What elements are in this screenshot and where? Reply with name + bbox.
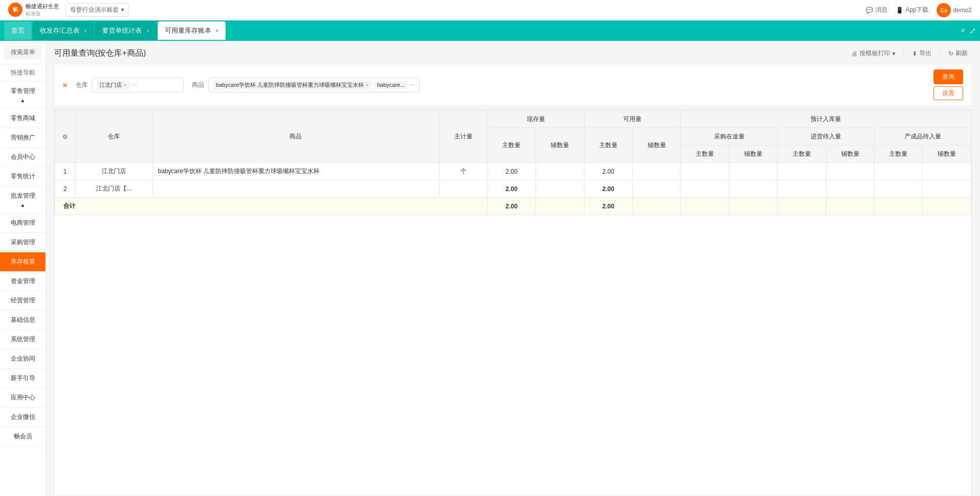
warehouse-tag-close[interactable]: ×: [124, 82, 127, 88]
chevron-down-icon: ▾: [892, 50, 895, 57]
sidebar-item-marketing[interactable]: 营销推广: [0, 128, 45, 148]
col-warehouse-header: 仓库: [76, 111, 153, 163]
product-tags[interactable]: babycare学饮杯 儿童防摔防撞吸管杯重力球吸嘴杯宝宝水杯 × babyca…: [208, 78, 420, 92]
nav-expand-icon[interactable]: ⤢: [969, 26, 976, 36]
filter-area: » 仓库 江北门店 × ··· 商品 babycare学饮杯 儿童防摔防撞吸管杯…: [54, 64, 972, 106]
sidebar-item-label: 营销推广: [11, 133, 35, 142]
product-more[interactable]: ···: [410, 81, 415, 88]
sidebar-item-system-mgmt[interactable]: 系统管理: [0, 330, 45, 349]
product-label: 商品: [192, 81, 204, 89]
sidebar-item-retail-store[interactable]: 零售商城: [0, 109, 45, 128]
avatar: Ea: [937, 3, 951, 17]
logo-text: 畅捷通好生意: [26, 3, 59, 10]
product-tag1-close[interactable]: ×: [365, 82, 369, 88]
sidebar-item-app-center[interactable]: 应用中心: [0, 388, 45, 408]
sidebar-item-enterprise-collab[interactable]: 企业协同: [0, 349, 45, 369]
nav-close-icon[interactable]: ×: [961, 26, 965, 35]
sidebar-item-inventory[interactable]: 库存核算: [0, 252, 45, 272]
filter-toggle-btn[interactable]: »: [63, 80, 67, 89]
tab3-close[interactable]: ×: [215, 28, 218, 34]
sidebar-item-basic-info[interactable]: 基础信息: [0, 311, 45, 330]
sidebar-item-purchase-mgmt[interactable]: 采购管理: [0, 233, 45, 252]
refresh-label: 刷新: [955, 49, 968, 58]
sidebar: 搜索菜单 快捷导航 零售管理 ▲ 零售商城 营销推广 会员中心 零售统计 批发管…: [0, 41, 46, 496]
tab-home[interactable]: 首页: [4, 21, 32, 40]
settings-icon[interactable]: ⚙: [62, 133, 68, 140]
settings-button[interactable]: 设置: [934, 86, 963, 100]
warehouse-filter: 仓库 江北门店 × ···: [76, 78, 184, 92]
tab1-close[interactable]: ×: [84, 28, 87, 34]
refresh-btn[interactable]: ↻ 刷新: [944, 47, 972, 60]
sidebar-item-operations[interactable]: 经营管理: [0, 291, 45, 311]
tab3-label: 可用量库存账本: [165, 26, 211, 35]
logo-text-block: 畅捷通好生意 标准版: [26, 3, 59, 17]
sidebar-item-label: 采购管理: [11, 238, 35, 247]
total-avail-aux: [632, 198, 681, 215]
main-layout: 搜索菜单 快捷导航 零售管理 ▲ 零售商城 营销推广 会员中心 零售统计 批发管…: [0, 41, 980, 496]
sidebar-item-member-center[interactable]: 会员中心: [0, 148, 45, 167]
message-btn[interactable]: 💬 消息: [866, 6, 888, 14]
tab-receive-summary[interactable]: 收发存汇总表 ×: [33, 21, 94, 40]
sidebar-item-finance[interactable]: 资金管理: [0, 272, 45, 291]
row2-warehouse: 江北门店【...: [76, 180, 153, 198]
sidebar-item-retail-stats[interactable]: 零售统计: [0, 167, 45, 186]
tab-available-inventory[interactable]: 可用量库存账本 ×: [158, 21, 226, 40]
col-avail-main: 主数量: [584, 128, 632, 163]
col-pt-main: 主数量: [681, 146, 729, 163]
sidebar-item-ecommerce[interactable]: 电商管理: [0, 214, 45, 233]
industry-select[interactable]: 母婴行业演示账套 ▾: [65, 3, 129, 17]
product-tag1: babycare学饮杯 儿童防摔防撞吸管杯重力球吸嘴杯宝宝水杯 ×: [213, 80, 372, 90]
row1-pp-aux: [826, 163, 874, 180]
sidebar-item-new-guide[interactable]: 新手引导: [0, 369, 45, 388]
sidebar-item-label: 零售商城: [11, 114, 35, 123]
nav-tab-end: × ⤢: [961, 26, 976, 36]
row1-unit: 个: [439, 163, 487, 180]
logo-sub: 标准版: [26, 10, 59, 17]
table-container: ⚙ 仓库 商品 主计量 现存量 可用量 预计入库量 主数量 辅数量 主数量 辅数…: [54, 110, 972, 496]
query-button[interactable]: 查询: [934, 69, 963, 84]
row1-prp-aux: [923, 163, 971, 180]
total-pp-main: [777, 198, 826, 215]
col-product-header: 商品: [153, 111, 439, 163]
tab2-close[interactable]: ×: [146, 28, 149, 34]
sidebar-item-enterprise-wechat[interactable]: 企业微信: [0, 408, 45, 427]
top-bar: 畅 畅捷通好生意 标准版 母婴行业演示账套 ▾ 💬 消息 📱 App下载 Ea …: [0, 0, 980, 20]
total-prp-aux: [923, 198, 971, 215]
product-tag2: babycare...: [374, 81, 408, 89]
row2-stock-aux: [536, 180, 584, 198]
col-avail-aux: 辅数量: [632, 128, 681, 163]
app-download-btn[interactable]: 📱 App下载: [896, 6, 928, 14]
sidebar-item-retail-mgmt[interactable]: 零售管理 ▲: [0, 82, 45, 109]
product-tag1-label: babycare学饮杯 儿童防摔防撞吸管杯重力球吸嘴杯宝宝水杯: [216, 81, 364, 89]
sidebar-item-label: 零售管理: [11, 87, 35, 96]
warehouse-more[interactable]: ···: [132, 81, 137, 88]
col-stock-aux: 辅数量: [536, 128, 584, 163]
tab-order-stats[interactable]: 要货单统计表 ×: [95, 21, 156, 40]
row2-avail-aux: [632, 180, 681, 198]
col-pp-main: 主数量: [777, 146, 826, 163]
row1-warehouse: 江北门店: [76, 163, 153, 180]
user-avatar-btn[interactable]: Ea demo2: [937, 3, 972, 17]
tab1-label: 收发存汇总表: [40, 26, 80, 35]
chevron-down-icon: ▾: [121, 6, 124, 13]
sidebar-item-label: 畅会员: [14, 432, 32, 441]
message-icon: 💬: [866, 7, 873, 14]
divider: [903, 50, 904, 58]
sidebar-item-label: 基础信息: [11, 316, 35, 324]
col-settings-header[interactable]: ⚙: [55, 111, 76, 163]
total-stock-aux: [536, 198, 584, 215]
sidebar-item-wholesale-mgmt[interactable]: 批发管理 ▲: [0, 186, 45, 214]
table-row: 2 江北门店【... 2.00 2.00: [55, 180, 971, 198]
search-menu-btn[interactable]: 搜索菜单: [4, 45, 41, 60]
nav-tabs: 首页 收发存汇总表 × 要货单统计表 × 可用量库存账本 × × ⤢: [0, 20, 980, 41]
row2-index: 2: [55, 180, 76, 198]
warehouse-tags[interactable]: 江北门店 × ···: [92, 78, 184, 92]
top-bar-right: 💬 消息 📱 App下载 Ea demo2: [866, 3, 972, 17]
print-btn[interactable]: 🖨 按模板打印 ▾: [847, 47, 899, 60]
quick-nav-btn[interactable]: 快捷导航: [0, 64, 45, 82]
content-area: 可用量查询(按仓库+商品) 🖨 按模板打印 ▾ ⬇ 导出 ↻ 刷新: [46, 41, 980, 496]
export-btn[interactable]: ⬇ 导出: [908, 47, 936, 60]
sidebar-item-vip[interactable]: 畅会员: [0, 427, 45, 446]
row1-stock-main: 2.00: [487, 163, 536, 180]
print-label: 按模板打印: [860, 49, 890, 58]
